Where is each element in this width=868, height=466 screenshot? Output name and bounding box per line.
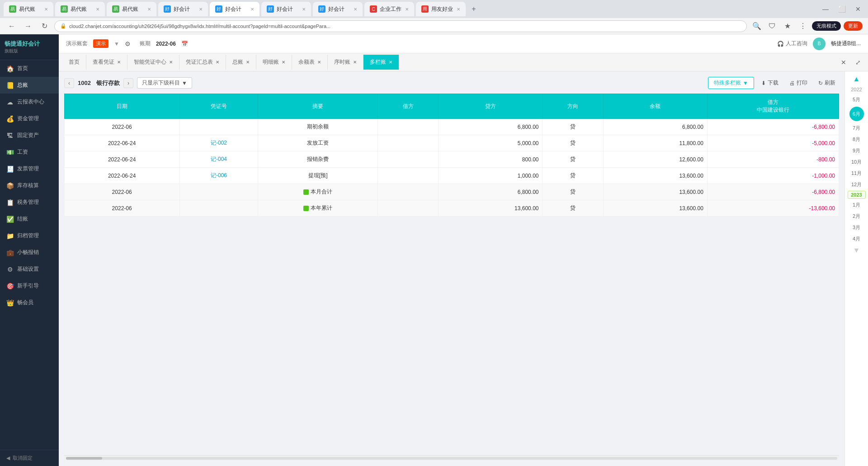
- tab-close-4[interactable]: ✕: [199, 7, 203, 12]
- update-button[interactable]: 更新: [844, 21, 863, 31]
- shield-icon[interactable]: 🛡: [766, 20, 778, 33]
- close-account-icon: ✅: [6, 216, 14, 223]
- browser-tab-6[interactable]: 好 好会计 ✕: [261, 2, 311, 16]
- timeline-month-mar[interactable]: 3月: [847, 222, 867, 233]
- sidebar-item-tax[interactable]: 📋 税务管理: [0, 194, 59, 211]
- tab-close-8[interactable]: ✕: [405, 7, 409, 12]
- page-tab-detail-ledger[interactable]: 明细账 ✕: [256, 55, 292, 70]
- expand-page-button[interactable]: ⤢: [852, 56, 864, 69]
- page-tab-balance-close[interactable]: ✕: [317, 60, 321, 65]
- cell-voucher-1[interactable]: 记-002: [179, 135, 258, 151]
- page-tab-general-ledger[interactable]: 总账 ✕: [226, 55, 256, 70]
- tab-close-5[interactable]: ✕: [250, 7, 254, 12]
- page-tab-voucher-summary[interactable]: 凭证汇总表 ✕: [179, 55, 226, 70]
- browser-tab-3[interactable]: 易 易代账 ✕: [107, 2, 156, 16]
- sidebar-item-payroll[interactable]: 💵 工资: [0, 144, 59, 160]
- timeline-month-jun[interactable]: 6月: [849, 107, 864, 121]
- page-tab-voucher-close[interactable]: ✕: [117, 60, 121, 65]
- page-tab-home[interactable]: 首页: [62, 55, 86, 70]
- close-window-button[interactable]: ✕: [852, 3, 864, 15]
- timeline-month-aug[interactable]: 8月: [847, 134, 867, 145]
- tab-close-6[interactable]: ✕: [302, 7, 306, 12]
- page-tab-mc-close[interactable]: ✕: [389, 60, 392, 65]
- browser-tab-5[interactable]: 好 好会计 ✕: [210, 2, 259, 16]
- dropdown-arrow[interactable]: ▼: [114, 41, 119, 47]
- page-tab-vsummary-close[interactable]: ✕: [216, 60, 219, 65]
- prev-account-button[interactable]: ‹: [64, 78, 74, 88]
- timeline-month-apr[interactable]: 4月: [847, 234, 867, 244]
- sidebar-item-fund[interactable]: 💰 资金管理: [0, 110, 59, 127]
- page-tab-voucher[interactable]: 查看凭证 ✕: [86, 55, 127, 70]
- back-button[interactable]: ←: [5, 20, 18, 33]
- timeline-month-feb[interactable]: 2月: [847, 211, 867, 221]
- cell-voucher-3[interactable]: 记-006: [179, 168, 258, 184]
- settings-icon-toolbar[interactable]: ⚙: [125, 40, 131, 47]
- tab-close-9[interactable]: ✕: [457, 7, 460, 12]
- scroll-track: [66, 457, 837, 460]
- browser-tab-2[interactable]: 易 易代账 ✕: [55, 2, 105, 16]
- search-icon[interactable]: 🔍: [750, 20, 763, 33]
- star-icon[interactable]: ★: [781, 20, 794, 33]
- browser-menu-icon[interactable]: ⋮: [797, 20, 809, 33]
- page-tab-dl-close[interactable]: ✕: [282, 60, 285, 65]
- timeline-month-nov[interactable]: 11月: [847, 168, 867, 179]
- tab-close-1[interactable]: ✕: [44, 7, 48, 12]
- timeline-month-dec[interactable]: 12月: [847, 179, 867, 190]
- calendar-icon[interactable]: 📅: [181, 41, 188, 47]
- sidebar-item-ledger[interactable]: 📒 总账: [0, 77, 59, 94]
- sidebar-item-home[interactable]: 🏠 首页: [0, 60, 59, 77]
- maximize-button[interactable]: ⬜: [835, 3, 848, 15]
- service-button[interactable]: 🎧 人工咨询: [777, 40, 807, 47]
- page-tab-gl-close[interactable]: ✕: [246, 60, 250, 65]
- timeline-scroll-down-button[interactable]: ▼: [851, 245, 862, 256]
- sidebar-item-expense[interactable]: 💼 小畅报销: [0, 244, 59, 261]
- sidebar-item-inventory[interactable]: 📦 库存核算: [0, 177, 59, 194]
- sidebar-item-fixed-assets[interactable]: 🏗 固定资产: [0, 127, 59, 144]
- bottom-scrollbar[interactable]: [64, 455, 839, 461]
- sidebar-item-member[interactable]: 👑 畅会员: [0, 294, 59, 311]
- sidebar-pin-button[interactable]: ◀ 取消固定: [0, 450, 59, 466]
- new-tab-button[interactable]: +: [467, 3, 480, 15]
- browser-tab-8[interactable]: C 企业工作 ✕: [364, 2, 414, 16]
- page-tab-smart-voucher[interactable]: 智能凭证中心 ✕: [127, 55, 179, 70]
- browser-tab-4[interactable]: 好 好会计 ✕: [158, 2, 208, 16]
- page-tab-multi-col[interactable]: 多栏账 ✕: [363, 55, 399, 70]
- cell-voucher-2[interactable]: 记-004: [179, 151, 258, 168]
- sidebar-item-settings[interactable]: ⚙ 基础设置: [0, 261, 59, 278]
- browser-tab-1[interactable]: 易 易代账 ✕: [4, 2, 53, 16]
- timeline-month-jan[interactable]: 1月: [847, 200, 867, 210]
- tab-close-2[interactable]: ✕: [96, 7, 99, 12]
- scroll-thumb[interactable]: [66, 457, 102, 460]
- incognito-button[interactable]: 无痕模式: [812, 21, 841, 31]
- timeline-month-sep[interactable]: 9月: [847, 146, 867, 156]
- refresh-button[interactable]: ↻ 刷新: [815, 77, 839, 89]
- tab-close-3[interactable]: ✕: [147, 7, 151, 12]
- forward-button[interactable]: →: [22, 20, 34, 33]
- minimize-button[interactable]: —: [819, 3, 832, 15]
- timeline-month-jul[interactable]: 7月: [847, 123, 867, 133]
- close-page-button[interactable]: ✕: [837, 56, 850, 69]
- page-tab-seq-close[interactable]: ✕: [353, 60, 357, 65]
- address-input[interactable]: 🔒 cloud2.chanjet.com/accounting/uh26t264…: [54, 20, 747, 32]
- timeline-month-may[interactable]: 5月: [847, 94, 867, 105]
- tab-close-7[interactable]: ✕: [354, 7, 357, 12]
- next-account-button[interactable]: ›: [123, 78, 133, 88]
- browser-tab-7[interactable]: 好 好会计 ✕: [313, 2, 363, 16]
- show-sub-button[interactable]: 只显示下级科目 ▼: [137, 77, 192, 89]
- download-button[interactable]: ⬇ 下载: [758, 77, 782, 89]
- page-tab-smart-close[interactable]: ✕: [169, 60, 173, 65]
- multi-col-button[interactable]: 特殊多栏账 ▼: [708, 77, 754, 89]
- timeline-month-oct[interactable]: 10月: [847, 157, 867, 167]
- browser-tab-9[interactable]: 用 用友好业 ✕: [416, 2, 466, 16]
- print-button[interactable]: 🖨 打印: [786, 77, 811, 89]
- sidebar-item-cloud-report[interactable]: ☁ 云报表中心: [0, 94, 59, 110]
- sidebar-item-close-account[interactable]: ✅ 结账: [0, 211, 59, 227]
- sidebar-item-guide[interactable]: 🎯 新手引导: [0, 278, 59, 294]
- timeline-scroll-up-button[interactable]: ▲: [851, 73, 862, 85]
- sidebar-item-archive[interactable]: 📁 归档管理: [0, 227, 59, 244]
- refresh-nav-button[interactable]: ↻: [38, 20, 51, 33]
- page-tab-balance[interactable]: 余额表 ✕: [292, 55, 328, 70]
- headset-icon: 🎧: [777, 41, 784, 47]
- page-tab-sequence[interactable]: 序时账 ✕: [328, 55, 363, 70]
- sidebar-item-invoice[interactable]: 🧾 发票管理: [0, 160, 59, 177]
